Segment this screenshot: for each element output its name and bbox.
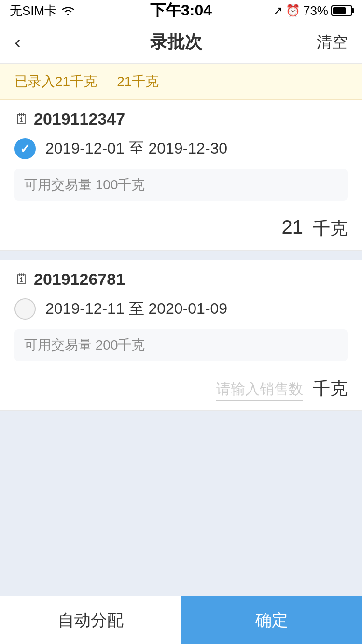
info-divider [107,75,107,88]
batch-1-check-icon: ✓ [20,141,30,156]
batch-1-radio[interactable]: ✓ [14,138,36,159]
status-time: 下午3:04 [150,0,212,21]
batch-2-qty-unit: 千克 [313,377,348,401]
status-right: ↗ ⏰ 73% [273,3,352,18]
batch-2-qty-row: 千克 [0,369,362,411]
batch-1-avail-text: 可用交易量 100千克 [24,177,145,192]
batch-card-2: 🗓 2019126781 2019-12-11 至 2020-01-09 可用交… [0,260,362,411]
page-title: 录批次 [43,30,309,54]
back-button[interactable]: ‹ [14,31,43,53]
svg-point-0 [67,14,69,15]
batch-1-date: 2019-12-01 至 2019-12-30 [45,138,227,159]
section-divider-1 [0,251,362,260]
confirm-button[interactable]: 确定 [181,596,362,644]
wifi-icon [61,5,75,16]
batch-1-qty-input[interactable] [216,216,303,238]
batch-1-qty-row: 千克 [0,209,362,251]
bottom-bar: 自动分配 确定 [0,596,362,644]
batch-2-header: 🗓 2019126781 [0,260,362,294]
batch-1-header: 🗓 2019112347 [0,100,362,133]
batch-1-qty-underline [216,216,303,240]
clear-button[interactable]: 清空 [309,32,348,53]
batch-1-date-row[interactable]: ✓ 2019-12-01 至 2019-12-30 [0,133,362,164]
location-icon: ↗ [273,4,283,17]
batch-2-avail: 可用交易量 200千克 [14,329,348,361]
batch-card-1: 🗓 2019112347 ✓ 2019-12-01 至 2019-12-30 可… [0,100,362,251]
info-recorded-label: 已录入21千克 [14,72,97,91]
batch-id-icon-1: 🗓 [14,111,29,127]
carrier-text: 无SIM卡 [10,2,57,19]
info-banner: 已录入21千克 21千克 [0,64,362,100]
batch-2-radio[interactable] [14,298,36,320]
batch-2-date: 2019-12-11 至 2020-01-09 [45,298,227,320]
status-bar: 无SIM卡 下午3:04 ↗ ⏰ 73% [0,0,362,21]
alarm-icon: ⏰ [286,4,300,17]
nav-bar: ‹ 录批次 清空 [0,21,362,64]
batch-2-qty-underline [216,377,303,401]
battery-fill [333,7,346,14]
battery-percent: 73% [303,3,328,18]
status-left: 无SIM卡 [10,2,75,19]
batch-1-avail: 可用交易量 100千克 [14,169,348,201]
batch-1-qty-unit: 千克 [313,217,348,240]
battery-icon [331,5,352,16]
batch-2-date-row[interactable]: 2019-12-11 至 2020-01-09 [0,294,362,324]
info-recorded-value: 21千克 [117,72,159,91]
auto-distribute-button[interactable]: 自动分配 [0,596,181,644]
content-area: 🗓 2019112347 ✓ 2019-12-01 至 2019-12-30 可… [0,100,362,644]
batch-2-qty-input[interactable] [216,377,303,398]
batch-1-id: 2019112347 [34,110,125,128]
batch-2-id: 2019126781 [34,270,125,289]
batch-2-avail-text: 可用交易量 200千克 [24,337,145,352]
batch-id-icon-2: 🗓 [14,271,29,288]
